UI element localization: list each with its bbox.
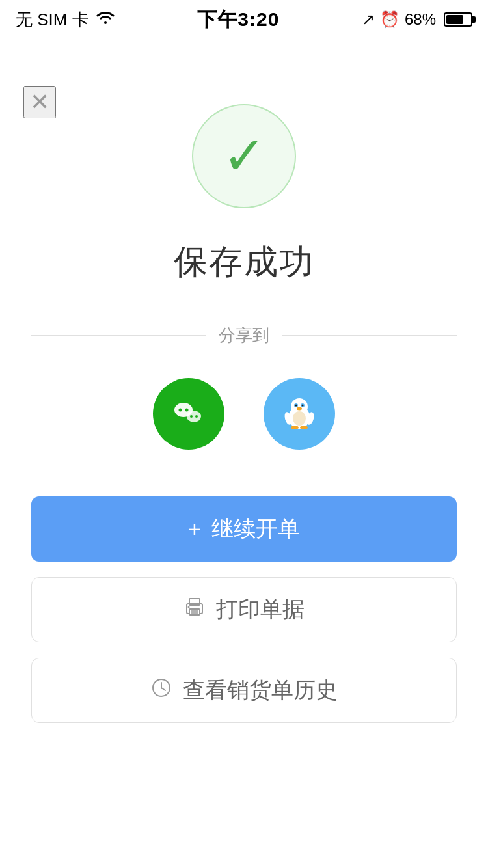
continue-order-button[interactable]: + 继续开单 xyxy=(31,496,457,562)
checkmark-icon: ✓ xyxy=(223,130,266,182)
svg-line-26 xyxy=(161,688,165,690)
status-bar: 无 SIM 卡 下午3:20 ↗ ⏰ 68% xyxy=(0,0,488,39)
history-label: 查看销货单历史 xyxy=(183,675,338,705)
svg-point-2 xyxy=(185,409,189,412)
share-qq-button[interactable] xyxy=(264,378,335,450)
location-icon: ↗ xyxy=(362,10,375,29)
svg-point-14 xyxy=(291,426,299,429)
print-icon xyxy=(183,596,206,623)
continue-icon: + xyxy=(188,517,201,542)
print-button[interactable]: 打印单据 xyxy=(31,577,457,642)
success-title: 保存成功 xyxy=(174,239,314,285)
divider-line-right xyxy=(282,335,457,336)
svg-point-13 xyxy=(293,411,306,426)
svg-point-5 xyxy=(195,415,198,418)
main-content: ✓ 保存成功 分享到 xyxy=(0,39,488,868)
svg-point-4 xyxy=(190,415,193,418)
battery-pct: 68% xyxy=(405,10,436,29)
svg-point-23 xyxy=(188,606,190,608)
share-label: 分享到 xyxy=(219,324,269,347)
history-icon xyxy=(150,677,172,704)
share-divider: 分享到 xyxy=(31,324,457,347)
battery-icon xyxy=(444,12,472,27)
svg-point-10 xyxy=(295,405,297,407)
wifi-icon xyxy=(96,10,115,29)
status-time: 下午3:20 xyxy=(197,7,279,33)
continue-label: 继续开单 xyxy=(211,514,300,544)
history-button[interactable]: 查看销货单历史 xyxy=(31,658,457,723)
svg-point-15 xyxy=(300,426,308,429)
action-buttons: + 继续开单 打印单据 xyxy=(31,496,457,723)
status-left: 无 SIM 卡 xyxy=(16,8,115,31)
carrier-text: 无 SIM 卡 xyxy=(16,8,89,31)
svg-rect-20 xyxy=(189,609,200,615)
share-wechat-button[interactable] xyxy=(153,378,224,450)
status-right: ↗ ⏰ 68% xyxy=(362,10,472,29)
success-icon-container: ✓ xyxy=(192,104,296,208)
svg-point-3 xyxy=(187,411,201,422)
share-icons-row xyxy=(153,378,335,450)
alarm-icon: ⏰ xyxy=(380,10,400,29)
wechat-icon xyxy=(169,394,208,433)
svg-point-12 xyxy=(297,407,302,411)
print-label: 打印单据 xyxy=(216,595,305,625)
svg-point-11 xyxy=(302,405,304,407)
divider-line-left xyxy=(31,335,206,336)
svg-point-1 xyxy=(179,409,182,412)
qq-icon xyxy=(279,394,319,434)
